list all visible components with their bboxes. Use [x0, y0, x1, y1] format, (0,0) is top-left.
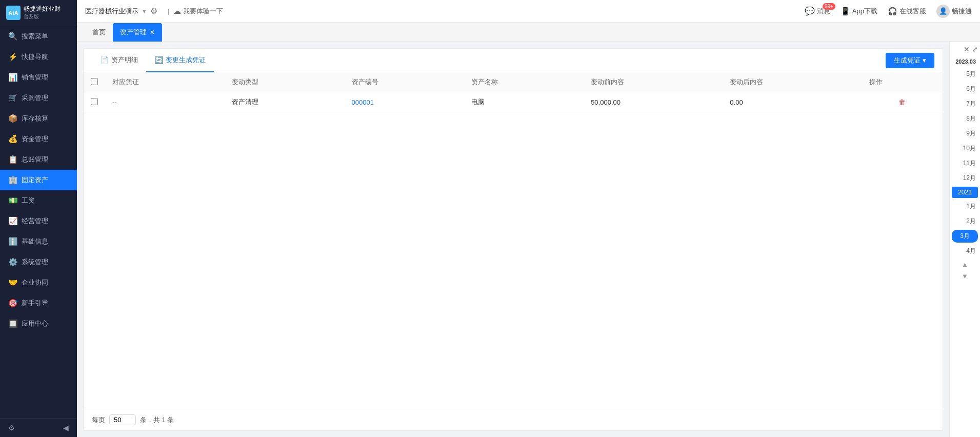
topbar-right: 💬 消息 99+ 📱 App下载 🎧 在线客服 👤 畅捷通 [805, 5, 972, 18]
sidebar-item-quicknav[interactable]: ⚡ 快捷导航 [0, 47, 77, 67]
row-change-type: 资产清理 [225, 92, 344, 112]
panel-footer: 每页 50 10 20 100 条，共 1 条 [84, 409, 943, 430]
message-btn[interactable]: 💬 消息 99+ [805, 6, 830, 16]
timeline-year-2023[interactable]: 2023 [952, 187, 978, 198]
sidebar-item-basic[interactable]: ℹ️ 基础信息 [0, 231, 77, 252]
sidebar-label-purchase: 采购管理 [22, 93, 48, 103]
timeline-month-4[interactable]: 4月 [950, 244, 980, 259]
timeline-expand-btn[interactable]: ⤢ [972, 45, 978, 53]
guide-icon: 🎯 [8, 299, 17, 308]
sidebar-item-purchase[interactable]: 🛒 采购管理 [0, 88, 77, 108]
app-download-btn[interactable]: 📱 App下载 [841, 7, 877, 16]
row-asset-no[interactable]: 000001 [345, 92, 464, 112]
company-dropdown-icon[interactable]: ▾ [143, 7, 146, 15]
support-btn[interactable]: 🎧 在线客服 [888, 7, 926, 16]
select-all-checkbox[interactable] [91, 78, 98, 85]
timeline-month-11[interactable]: 11月 [950, 156, 980, 171]
sidebar-item-sales[interactable]: 📊 销售管理 [0, 67, 77, 88]
sidebar-item-salary[interactable]: 💵 工资 [0, 190, 77, 211]
system-icon: ⚙️ [8, 257, 17, 267]
support-icon: 🎧 [888, 7, 897, 16]
sidebar-item-system[interactable]: ⚙️ 系统管理 [0, 252, 77, 272]
subtab-generate-voucher-label: 变更生成凭证 [166, 55, 206, 65]
th-after: 变动后内容 [723, 72, 862, 92]
generate-btn-label: 生成凭证 [894, 56, 921, 65]
th-actions: 操作 [862, 72, 943, 92]
sidebar-bottom: ⚙ ◀ [0, 418, 77, 437]
main-area: 医疗器械行业演示 ▾ ⚙ | ☁ 我要体验一下 💬 消息 99+ 📱 App下载… [77, 0, 980, 437]
subtab-asset-detail[interactable]: 📄 资产明细 [92, 49, 146, 72]
tab-close-icon[interactable]: ✕ [150, 29, 155, 36]
timeline-month-10[interactable]: 10月 [950, 141, 980, 156]
collapse-icon[interactable]: ◀ [63, 424, 69, 432]
sidebar-logo: AtA 畅捷通好业财 普及版 [0, 0, 77, 26]
timeline-nav-down[interactable]: ▼ [950, 270, 980, 282]
sidebar-item-collab[interactable]: 🤝 企业协同 [0, 272, 77, 293]
sidebar-item-guide[interactable]: 🎯 新手引导 [0, 293, 77, 313]
settings-bottom-icon[interactable]: ⚙ [8, 424, 15, 432]
timeline-close-btn[interactable]: ✕ [964, 45, 970, 53]
timeline-panel: ✕ ⤢ 2023.03 5月 6月 7月 8月 9月 10月 11月 12月 2… [949, 42, 980, 437]
inventory-icon: 📦 [8, 114, 17, 123]
th-change-type: 变动类型 [225, 72, 344, 92]
row-asset-name: 电脑 [464, 92, 584, 112]
sidebar: AtA 畅捷通好业财 普及版 🔍 搜索菜单 ⚡ 快捷导航 📊 销售管理 🛒 采购… [0, 0, 77, 437]
sidebar-item-apps[interactable]: 🔲 应用中心 [0, 313, 77, 334]
tab-home[interactable]: 首页 [85, 23, 113, 42]
sidebar-item-ledger[interactable]: 📋 总账管理 [0, 149, 77, 170]
quicknav-icon: ⚡ [8, 52, 17, 62]
sidebar-label-guide: 新手引导 [22, 299, 48, 308]
sidebar-item-operation[interactable]: 📈 经营管理 [0, 211, 77, 231]
timeline-month-5[interactable]: 5月 [950, 67, 980, 82]
table-header: 对应凭证 变动类型 资产编号 资产名称 [84, 72, 943, 92]
row-voucher: -- [105, 92, 225, 112]
sidebar-item-fixed-assets[interactable]: 🏢 固定资产 [0, 170, 77, 190]
timeline-scroll: 5月 6月 7月 8月 9月 10月 11月 12月 2023 1月 2月 3月… [950, 67, 980, 437]
subtab-bar: 📄 资产明细 🔄 变更生成凭证 生成凭证 ▾ [84, 49, 943, 72]
sidebar-label-sales: 销售管理 [22, 73, 48, 82]
sidebar-label-finance: 资金管理 [22, 134, 48, 144]
per-page-label: 每页 [92, 415, 105, 425]
generate-btn-dropdown-icon: ▾ [923, 56, 926, 64]
timeline-nav-up[interactable]: ▲ [950, 259, 980, 270]
timeline-header: ✕ ⤢ [950, 42, 980, 56]
main-panel: 📄 资产明细 🔄 变更生成凭证 生成凭证 ▾ [83, 48, 943, 431]
timeline-month-12[interactable]: 12月 [950, 171, 980, 186]
sidebar-label-search: 搜索菜单 [22, 32, 48, 41]
sidebar-label-ledger: 总账管理 [22, 155, 48, 164]
asset-detail-icon: 📄 [100, 56, 109, 64]
timeline-month-3-active[interactable]: 3月 [952, 230, 978, 243]
support-label: 在线客服 [899, 7, 926, 16]
delete-row-icon[interactable]: 🗑 [898, 98, 906, 106]
tabbar: 首页 资产管理 ✕ [77, 23, 980, 42]
timeline-month-7[interactable]: 7月 [950, 96, 980, 111]
sidebar-menu: 🔍 搜索菜单 ⚡ 快捷导航 📊 销售管理 🛒 采购管理 📦 库存核算 💰 资金管… [0, 26, 77, 418]
experience-btn[interactable]: ☁ 我要体验一下 [173, 7, 223, 16]
user-name: 畅捷通 [952, 7, 972, 16]
generate-voucher-button[interactable]: 生成凭证 ▾ [886, 53, 934, 68]
timeline-month-2[interactable]: 2月 [950, 214, 980, 229]
company-settings-icon[interactable]: ⚙ [150, 6, 157, 16]
sidebar-logo-info: 畅捷通好业财 普及版 [24, 5, 61, 21]
th-before: 变动前内容 [584, 72, 723, 92]
sidebar-label-apps: 应用中心 [22, 319, 48, 328]
th-voucher: 对应凭证 [105, 72, 225, 92]
sidebar-label-collab: 企业协同 [22, 278, 48, 287]
experience-icon: ☁ [173, 7, 181, 16]
content-area: 📄 资产明细 🔄 变更生成凭证 生成凭证 ▾ [77, 42, 980, 437]
timeline-month-6[interactable]: 6月 [950, 82, 980, 96]
sidebar-item-finance[interactable]: 💰 资金管理 [0, 129, 77, 149]
per-page-select[interactable]: 50 10 20 100 [109, 414, 136, 425]
sidebar-item-inventory[interactable]: 📦 库存核算 [0, 108, 77, 129]
app-download-label: App下载 [852, 7, 877, 16]
timeline-month-8[interactable]: 8月 [950, 111, 980, 126]
purchase-icon: 🛒 [8, 93, 17, 103]
timeline-month-9[interactable]: 9月 [950, 126, 980, 141]
row-actions: 🗑 [862, 92, 943, 112]
sidebar-item-search[interactable]: 🔍 搜索菜单 [0, 26, 77, 47]
timeline-month-1[interactable]: 1月 [950, 199, 980, 214]
row-checkbox[interactable] [91, 98, 98, 105]
tab-asset-management[interactable]: 资产管理 ✕ [113, 23, 162, 42]
subtab-generate-voucher[interactable]: 🔄 变更生成凭证 [146, 49, 214, 72]
user-menu[interactable]: 👤 畅捷通 [936, 5, 972, 18]
